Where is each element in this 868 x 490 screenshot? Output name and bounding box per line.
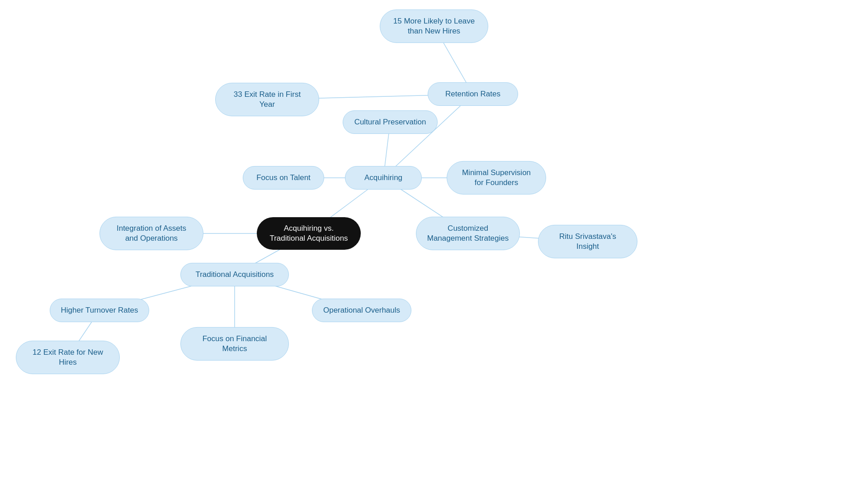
node-operational[interactable]: Operational Overhauls [312, 299, 411, 322]
node-integration[interactable]: Integration of Assets and Operations [99, 217, 203, 250]
node-focus-financial[interactable]: Focus on Financial Metrics [180, 327, 289, 361]
node-customized[interactable]: Customized Management Strategies [416, 217, 520, 250]
node-retention[interactable]: Retention Rates [428, 82, 518, 106]
node-exit-rate-12[interactable]: 12 Exit Rate for New Hires [16, 341, 120, 374]
node-exit-rate-33[interactable]: 33 Exit Rate in First Year [215, 83, 319, 116]
node-minimal-sup[interactable]: Minimal Supervision for Founders [447, 161, 546, 195]
node-higher-turnover[interactable]: Higher Turnover Rates [50, 299, 149, 322]
node-more-likely[interactable]: 15 More Likely to Leave than New Hires [380, 10, 488, 43]
node-center[interactable]: Acquihiring vs. Traditional Acquisitions [257, 217, 361, 250]
node-focus-talent[interactable]: Focus on Talent [243, 166, 324, 190]
node-acquihiring[interactable]: Acquihiring [345, 166, 422, 190]
node-cultural[interactable]: Cultural Preservation [343, 110, 438, 134]
mind-map-container: Acquihiring vs. Traditional Acquisitions… [0, 0, 868, 490]
node-traditional[interactable]: Traditional Acquisitions [180, 263, 289, 286]
node-ritu[interactable]: Ritu Srivastava's Insight [538, 225, 637, 258]
